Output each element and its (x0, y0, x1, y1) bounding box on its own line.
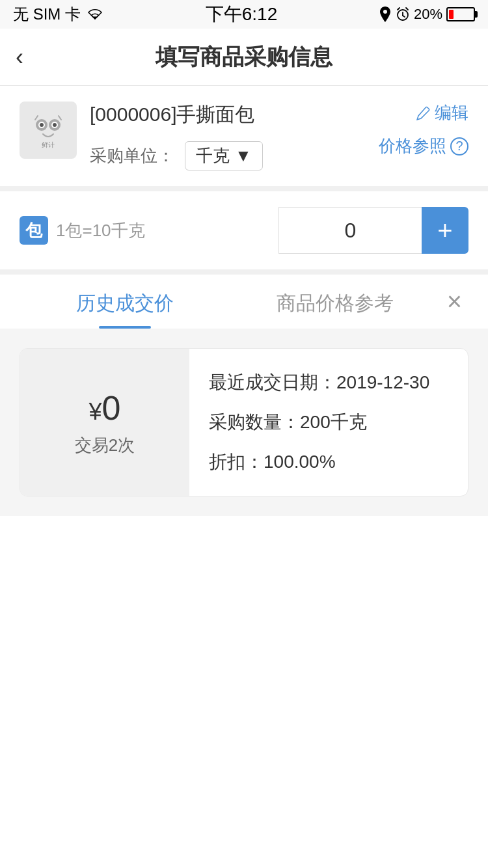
discount-label: 折扣： (209, 452, 264, 472)
tab-history-price-label: 历史成交价 (76, 292, 174, 314)
unit-label: 采购单位： (90, 144, 174, 167)
tab-bar: 历史成交价 商品价格参考 × (0, 269, 488, 329)
tab-history-price[interactable]: 历史成交价 (20, 275, 230, 329)
tab-active-indicator (99, 326, 151, 329)
history-card: ¥0 交易2次 最近成交日期：2019-12-30 采购数量：200千克 折扣：… (20, 348, 468, 496)
nav-bar: ‹ 填写商品采购信息 (0, 29, 488, 86)
edit-label: 编辑 (435, 102, 468, 124)
quantity-input[interactable]: 0 (278, 207, 422, 254)
edit-icon (416, 106, 431, 120)
product-left: 鲜计 [0000006]手撕面包 采购单位： 千克 ▼ (20, 102, 263, 170)
tab-product-price-ref-label: 商品价格参考 (277, 292, 394, 314)
discount-row: 折扣：100.00% (209, 448, 448, 477)
battery-icon (446, 7, 475, 21)
history-detail-block: 最近成交日期：2019-12-30 采购数量：200千克 折扣：100.00% (189, 349, 468, 496)
quantity-input-row: 0 + (278, 207, 468, 254)
quantity-plus-button[interactable]: + (422, 207, 468, 254)
history-price-block: ¥0 交易2次 (20, 349, 189, 496)
page-title: 填写商品采购信息 (156, 42, 332, 72)
purchase-qty-label: 采购数量： (209, 412, 300, 432)
product-info: [0000006]手撕面包 采购单位： 千克 ▼ (90, 102, 263, 170)
quantity-unit-info: 包 1包=10千克 (20, 216, 145, 245)
product-right: 编辑 价格参照 ? (379, 102, 468, 157)
svg-text:鲜计: 鲜计 (42, 141, 55, 148)
svg-point-9 (40, 123, 44, 127)
svg-point-10 (53, 123, 57, 127)
unit-value: 千克 (196, 144, 230, 167)
product-name: [0000006]手撕面包 (90, 102, 263, 128)
quantity-value: 0 (345, 219, 357, 243)
price-ref-label: 价格参照 (379, 135, 446, 157)
trade-count: 交易2次 (75, 434, 135, 457)
status-right: 20% (379, 6, 475, 23)
unit-badge: 包 (20, 216, 48, 245)
tab-product-price-ref[interactable]: 商品价格参考 (230, 275, 440, 329)
product-unit-row: 采购单位： 千克 ▼ (90, 141, 263, 170)
tab-close-button[interactable]: × (441, 287, 468, 316)
price-symbol: ¥ (89, 398, 102, 425)
quantity-section: 包 1包=10千克 0 + (0, 186, 488, 269)
price-value: 0 (102, 389, 121, 427)
history-section: ¥0 交易2次 最近成交日期：2019-12-30 采购数量：200千克 折扣：… (0, 329, 488, 516)
location-icon (379, 7, 392, 22)
purchase-qty-row: 采购数量：200千克 (209, 408, 448, 437)
history-price: ¥0 (89, 388, 121, 427)
purchase-qty-value: 200千克 (300, 412, 367, 432)
carrier-text: 无 SIM 卡 (13, 4, 81, 25)
discount-value: 100.00% (264, 452, 336, 472)
status-bar: 无 SIM 卡 下午6:12 20% (0, 0, 488, 29)
price-ref-help-icon: ? (450, 137, 468, 156)
status-left: 无 SIM 卡 (13, 4, 104, 25)
unit-conversion: 1包=10千克 (56, 219, 145, 242)
svg-line-2 (403, 16, 405, 17)
recent-date-label: 最近成交日期： (209, 372, 336, 392)
recent-date-row: 最近成交日期：2019-12-30 (209, 368, 448, 398)
price-ref-button[interactable]: 价格参照 ? (379, 135, 468, 157)
svg-line-4 (406, 8, 408, 10)
svg-line-3 (398, 8, 400, 10)
bottom-area (0, 516, 488, 868)
status-time: 下午6:12 (206, 2, 278, 27)
dropdown-arrow-icon: ▼ (235, 146, 252, 166)
alarm-icon (396, 7, 410, 22)
unit-dropdown[interactable]: 千克 ▼ (185, 141, 263, 170)
product-image: 鲜计 (20, 102, 77, 159)
product-card: 鲜计 [0000006]手撕面包 采购单位： 千克 ▼ (0, 86, 488, 186)
battery-percent: 20% (414, 6, 442, 23)
back-button[interactable]: ‹ (16, 44, 23, 71)
recent-date-value: 2019-12-30 (336, 372, 429, 392)
wifi-icon (86, 7, 104, 21)
product-thumbnail: 鲜计 (29, 111, 68, 150)
battery-fill (449, 10, 454, 19)
product-top: 鲜计 [0000006]手撕面包 采购单位： 千克 ▼ (20, 102, 468, 170)
edit-button[interactable]: 编辑 (416, 102, 468, 124)
